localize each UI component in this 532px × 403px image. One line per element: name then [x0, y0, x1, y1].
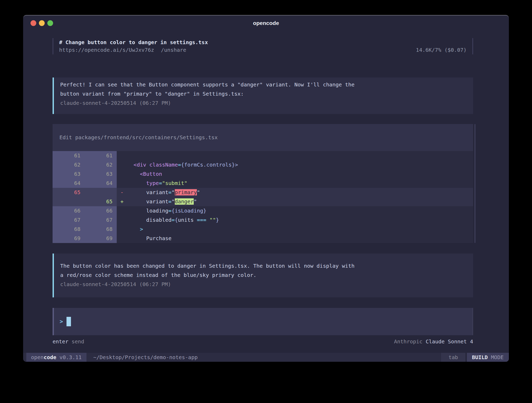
app-version-chip: opencodev0.3.11 — [26, 353, 86, 362]
working-directory: ~/Desktop/Projects/demo-notes-app — [93, 354, 198, 360]
old-line-number — [53, 197, 85, 206]
diff-marker: + — [117, 197, 127, 206]
old-line-number: 61 — [53, 151, 85, 160]
diff-marker — [117, 206, 127, 215]
old-line-number: 62 — [53, 160, 85, 169]
old-line-number: 68 — [53, 225, 85, 234]
diff-rows: 61616262 <div className={formCs.controls… — [53, 151, 473, 243]
titlebar: opencode — [23, 16, 509, 31]
code-line: variant="primary" — [127, 188, 473, 197]
new-line-number: 67 — [85, 215, 117, 225]
old-line-number: 65 — [53, 188, 85, 197]
message-meta: claude-sonnet-4-20250514 (06:27 PM) — [60, 99, 467, 108]
message-line: button variant from "primary" to "danger… — [60, 89, 467, 99]
session-subrow: https://opencode.ai/s/UwJxv76z/unshare 1… — [59, 46, 467, 54]
share-url-link[interactable]: https://opencode.ai/s/UwJxv76z — [59, 47, 154, 53]
mode-label-primary: BUILD — [472, 354, 488, 360]
app-name-suffix: code — [44, 354, 56, 360]
prompt-input[interactable]: > — [53, 308, 473, 335]
diff-marker — [117, 234, 127, 243]
window-title: opencode — [23, 20, 509, 26]
code-line: <div className={formCs.controls}> — [127, 160, 473, 169]
app-version: v0.3.11 — [59, 354, 81, 360]
diff-marker — [117, 160, 127, 169]
hints-row: entersend AnthropicClaude Sonnet 4 — [53, 338, 473, 345]
edit-file-header: Edit packages/frontend/src/containers/Se… — [53, 124, 473, 151]
new-line-number: 68 — [85, 225, 117, 234]
diff-row: 6666 loading={isLoading} — [53, 206, 473, 215]
new-line-number — [85, 188, 117, 197]
diff-row: 6161 — [53, 151, 473, 160]
diff-row: 6969 Purchase — [53, 234, 473, 243]
new-line-number: 64 — [85, 179, 117, 188]
code-line: <Button — [127, 169, 473, 179]
diff-marker — [117, 179, 127, 188]
enter-key-hint: enter — [53, 338, 68, 345]
session-header: # Change button color to danger in setti… — [53, 38, 473, 54]
diff-marker: - — [117, 188, 127, 197]
message-line: Perfect! I can see that the Button compo… — [60, 80, 467, 89]
message-line: a red/rose color scheme instead of the b… — [60, 271, 467, 280]
token-usage-stats: 14.6K/7% ($0.07) — [416, 46, 467, 54]
tab-key-hint: tab — [441, 353, 465, 362]
edit-tool-block: Edit packages/frontend/src/containers/Se… — [53, 124, 473, 243]
diff-marker — [117, 151, 127, 160]
prompt-chevron: > — [60, 318, 63, 325]
diff-marker — [117, 169, 127, 179]
edit-scrollbar[interactable] — [474, 124, 475, 243]
provider-name: Anthropic — [394, 338, 422, 345]
code-line: disabled={units === ""} — [127, 215, 473, 225]
code-line: type="submit" — [127, 179, 473, 188]
old-line-number: 67 — [53, 215, 85, 225]
zoom-button[interactable] — [47, 20, 53, 26]
new-line-number: 69 — [85, 234, 117, 243]
send-hint: entersend — [53, 338, 84, 345]
minimize-button[interactable] — [39, 20, 45, 26]
new-line-number: 63 — [85, 169, 117, 179]
model-indicator: AnthropicClaude Sonnet 4 — [394, 338, 473, 345]
opencode-window: opencode # Change button color to danger… — [23, 15, 509, 362]
assistant-message: Perfect! I can see that the Button compo… — [53, 78, 473, 114]
mode-indicator[interactable]: BUILDMODE — [467, 353, 509, 362]
diff-row: 6464 type="submit" — [53, 179, 473, 188]
old-line-number: 63 — [53, 169, 85, 179]
diff-row: 6767 disabled={units === ""} — [53, 215, 473, 225]
new-line-number: 62 — [85, 160, 117, 169]
new-line-number: 61 — [85, 151, 117, 160]
diff-row: 6868 > — [53, 225, 473, 234]
send-action-hint: send — [71, 338, 84, 345]
assistant-message: The button color has been changed to dan… — [53, 254, 473, 297]
new-line-number: 66 — [85, 206, 117, 215]
diff-row: 65+ variant="danger" — [53, 197, 473, 206]
session-title: # Change button color to danger in setti… — [59, 39, 467, 46]
close-button[interactable] — [30, 20, 36, 26]
code-line: loading={isLoading} — [127, 206, 473, 215]
share-url-group: https://opencode.ai/s/UwJxv76z/unshare — [59, 46, 186, 54]
text-cursor — [66, 317, 71, 326]
message-line: The button color has been changed to dan… — [60, 261, 467, 271]
model-name: Claude Sonnet 4 — [426, 338, 473, 345]
code-line: variant="danger" — [127, 197, 473, 206]
unshare-command[interactable]: /unshare — [161, 47, 186, 53]
old-line-number: 69 — [53, 234, 85, 243]
code-line: Purchase — [127, 234, 473, 243]
app-name-prefix: open — [31, 354, 44, 360]
message-meta: claude-sonnet-4-20250514 (06:27 PM) — [60, 280, 467, 289]
status-bar: opencodev0.3.11 ~/Desktop/Projects/demo-… — [23, 353, 509, 362]
diff-row: 65- variant="primary" — [53, 188, 473, 197]
code-line — [127, 151, 473, 160]
old-line-number: 66 — [53, 206, 85, 215]
new-line-number: 65 — [85, 197, 117, 206]
diff-marker — [117, 215, 127, 225]
traffic-lights — [30, 16, 53, 31]
code-line: > — [127, 225, 473, 234]
diff-row: 6363 <Button — [53, 169, 473, 179]
old-line-number: 64 — [53, 179, 85, 188]
diff-row: 6262 <div className={formCs.controls}> — [53, 160, 473, 169]
mode-label-secondary: MODE — [491, 354, 504, 360]
diff-marker — [117, 225, 127, 234]
main-content: # Change button color to danger in setti… — [23, 38, 509, 345]
